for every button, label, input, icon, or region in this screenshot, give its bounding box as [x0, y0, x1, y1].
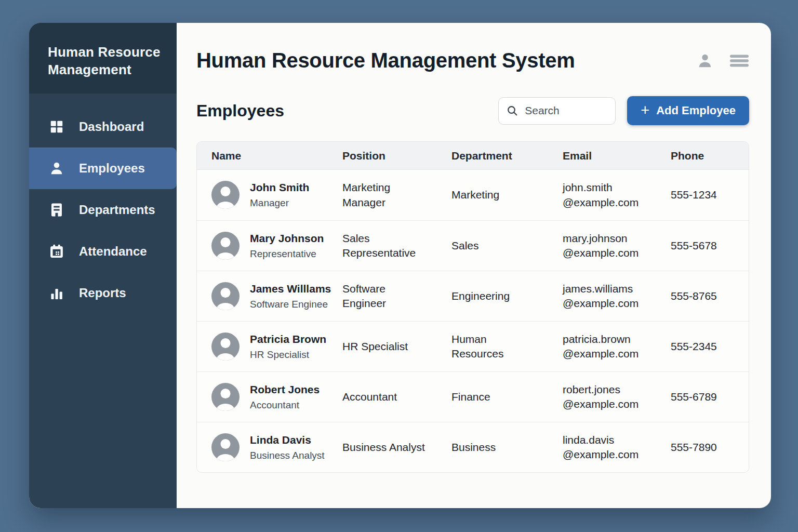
- menu-icon[interactable]: [729, 53, 749, 69]
- column-header-position: Position: [342, 150, 451, 162]
- avatar-person-icon: [211, 282, 240, 310]
- email-user: john.smith: [563, 180, 671, 195]
- sidebar: Human Resource Management Dashboard Empl…: [29, 23, 177, 508]
- employee-name-subtitle: Representative: [250, 247, 324, 261]
- email-domain: @example.com: [563, 347, 671, 361]
- employee-department: Business: [451, 440, 530, 455]
- avatar-person-icon: [211, 232, 240, 260]
- column-header-name: Name: [211, 150, 342, 162]
- header-icons: [696, 52, 749, 70]
- add-employee-button[interactable]: + Add Employee: [627, 96, 749, 125]
- employee-name: Robert Jones: [250, 382, 320, 397]
- employee-name-subtitle: Accountant: [250, 398, 320, 412]
- sidebar-header: Human Resource Management: [29, 23, 177, 94]
- calendar-icon: [49, 244, 64, 259]
- employee-name-text: Linda Davis Business Analyst: [250, 433, 325, 462]
- employees-table: Name Position Department Email Phone Joh…: [196, 141, 749, 473]
- employee-name-text: Patricia Brown HR Specialist: [250, 332, 326, 362]
- page-title: Human Resource Management System: [196, 49, 575, 72]
- employee-name-text: John Smith Manager: [250, 180, 309, 210]
- employee-department: Marketing: [451, 188, 530, 202]
- employee-name: Patricia Brown: [250, 332, 326, 347]
- sidebar-item-departments[interactable]: Departments: [29, 189, 177, 231]
- employee-phone: 555-8765: [671, 289, 734, 303]
- column-header-email: Email: [563, 150, 671, 162]
- column-header-phone: Phone: [671, 150, 734, 162]
- search-input[interactable]: [524, 104, 608, 117]
- employee-department: Sales: [451, 238, 530, 253]
- employee-name-text: Mary Johnson Representative: [250, 231, 324, 261]
- email-domain: @example.com: [563, 447, 671, 462]
- employee-email: patricia.brown @example.com: [563, 332, 671, 362]
- app-window: Human Resource Management Dashboard Empl…: [29, 23, 771, 508]
- email-domain: @example.com: [563, 246, 671, 260]
- employee-phone: 555-2345: [671, 339, 734, 354]
- employee-position: Marketing Manager: [342, 180, 428, 210]
- employee-position: Business Analyst: [342, 440, 428, 455]
- column-header-department: Department: [451, 150, 563, 162]
- email-user: james.williams: [563, 282, 671, 296]
- toolbar: Employees + Add Employee: [196, 96, 749, 125]
- employee-name-cell: Robert Jones Accountant: [211, 382, 342, 412]
- avatar: [211, 232, 240, 260]
- sidebar-item-label: Employees: [79, 161, 145, 176]
- dashboard-grid-icon: [49, 119, 64, 135]
- avatar: [211, 181, 240, 209]
- table-header-row: Name Position Department Email Phone: [197, 142, 749, 170]
- employee-department: Finance: [451, 390, 530, 404]
- employee-name-subtitle: Software Enginee: [250, 298, 331, 311]
- bar-chart-icon: [49, 285, 64, 301]
- employee-name-cell: Patricia Brown HR Specialist: [211, 332, 342, 362]
- employee-position: Software Engineer: [342, 282, 428, 311]
- search-box[interactable]: [498, 97, 616, 125]
- sidebar-item-label: Departments: [79, 203, 155, 217]
- avatar-person-icon: [211, 181, 240, 209]
- employee-name-cell: James Willlams Software Enginee: [211, 282, 342, 311]
- table-row[interactable]: Patricia Brown HR Specialist HR Speciali…: [197, 321, 749, 371]
- employee-name-cell: Mary Johnson Representative: [211, 231, 342, 261]
- employee-phone: 555-1234: [671, 188, 734, 202]
- email-domain: @example.com: [563, 195, 671, 210]
- table-row[interactable]: Robert Jones Accountant Accountant Finan…: [197, 371, 749, 422]
- email-user: linda.davis: [563, 433, 671, 447]
- main-content: Human Resource Management System Employe…: [177, 23, 771, 508]
- email-domain: @example.com: [563, 296, 671, 311]
- email-user: mary.johnson: [563, 231, 671, 246]
- sidebar-item-dashboard[interactable]: Dashboard: [29, 106, 177, 148]
- employee-name-cell: John Smith Manager: [211, 180, 342, 210]
- employee-name: Mary Johnson: [250, 231, 324, 246]
- toolbar-actions: + Add Employee: [498, 96, 749, 125]
- user-icon[interactable]: [696, 52, 714, 70]
- sidebar-item-employees[interactable]: Employees: [29, 148, 177, 189]
- table-row[interactable]: Mary Johnson Representative Sales Repres…: [197, 220, 749, 271]
- sidebar-item-label: Reports: [79, 286, 126, 300]
- avatar: [211, 383, 240, 411]
- main-header: Human Resource Management System: [196, 49, 749, 72]
- employee-phone: 555-5678: [671, 238, 734, 253]
- sidebar-item-attendance[interactable]: Attendance: [29, 231, 177, 272]
- employee-department: Human Resources: [451, 332, 530, 362]
- section-title: Employees: [196, 101, 284, 121]
- employee-email: john.smith @example.com: [563, 180, 671, 210]
- add-employee-label: Add Employee: [656, 104, 736, 117]
- email-user: robert.jones: [563, 382, 671, 397]
- employee-name-subtitle: Business Analyst: [250, 449, 325, 462]
- table-row[interactable]: Linda Davis Business Analyst Business An…: [197, 422, 749, 472]
- building-icon: [49, 202, 64, 218]
- employee-department: Engineering: [451, 289, 530, 303]
- email-domain: @example.com: [563, 397, 671, 411]
- table-row[interactable]: James Willlams Software Enginee Software…: [197, 271, 749, 321]
- employee-name-text: Robert Jones Accountant: [250, 382, 320, 412]
- employee-name-subtitle: HR Specialist: [250, 348, 326, 362]
- employee-position: Sales Representative: [342, 231, 428, 261]
- employee-name-cell: Linda Davis Business Analyst: [211, 433, 342, 462]
- employee-phone: 555-7890: [671, 440, 734, 455]
- employee-phone: 555-6789: [671, 390, 734, 404]
- sidebar-nav: Dashboard Employees Departments: [29, 106, 177, 314]
- sidebar-item-reports[interactable]: Reports: [29, 272, 177, 314]
- avatar: [211, 433, 240, 461]
- employee-email: mary.johnson @example.com: [563, 231, 671, 261]
- person-icon: [49, 161, 64, 176]
- employee-position: Accountant: [342, 390, 428, 404]
- table-row[interactable]: John Smith Manager Marketing Manager Mar…: [197, 170, 749, 220]
